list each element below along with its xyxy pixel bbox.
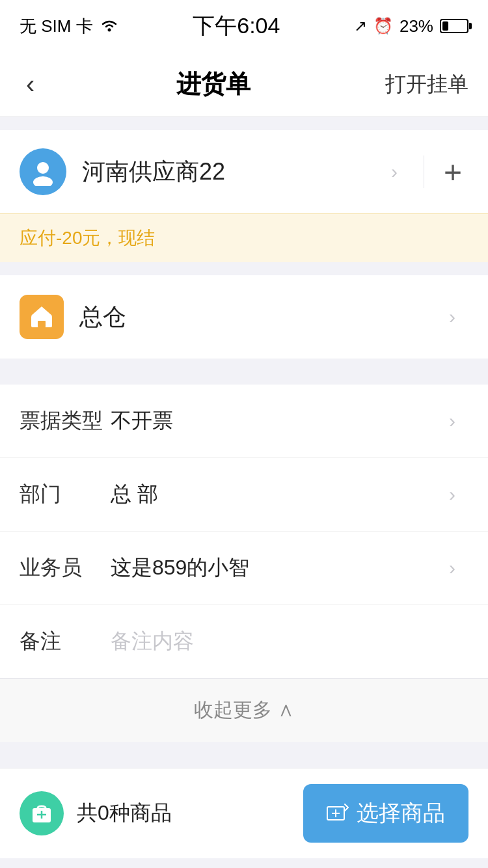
- supplier-row[interactable]: 河南供应商22 › +: [0, 130, 488, 213]
- svg-point-0: [107, 28, 111, 31]
- remark-row[interactable]: 备注 备注内容: [0, 605, 488, 678]
- product-icon: [20, 791, 64, 835]
- page-title: 进货单: [41, 68, 385, 101]
- status-bar: 无 SIM 卡 下午6:04 ↗ ⏰ 23%: [0, 0, 488, 52]
- select-product-button[interactable]: 选择商品: [303, 784, 468, 843]
- alarm-icon: ⏰: [373, 17, 393, 35]
- section-gap-4: [0, 742, 488, 755]
- section-gap-1: [0, 117, 488, 130]
- invoice-label: 票据类型: [20, 407, 111, 435]
- department-row[interactable]: 部门 总 部 ›: [0, 458, 488, 532]
- warehouse-row[interactable]: 总仓 ›: [0, 275, 488, 359]
- form-section: 票据类型 不开票 › 部门 总 部 › 业务员 这是859的小智 › 备注 备注…: [0, 385, 488, 678]
- department-label: 部门: [20, 480, 111, 509]
- nav-bar: ‹ 进货单 打开挂单: [0, 52, 488, 117]
- staff-chevron-icon: ›: [449, 557, 455, 579]
- invoice-value: 不开票: [111, 407, 449, 435]
- warehouse-icon: [20, 295, 64, 339]
- footer-bar: 共0种商品 选择商品: [0, 768, 488, 858]
- notice-bar: 应付-20元，现结: [0, 213, 488, 262]
- svg-point-1: [37, 162, 49, 174]
- svg-rect-5: [38, 321, 46, 327]
- divider: [424, 156, 424, 188]
- warehouse-section: 总仓 ›: [0, 275, 488, 359]
- department-value: 总 部: [111, 480, 449, 509]
- notice-text: 应付-20元，现结: [20, 228, 155, 248]
- supplier-avatar: [20, 148, 66, 195]
- status-time: 下午6:04: [193, 11, 280, 41]
- bottom-fill: [0, 858, 488, 868]
- collapse-row[interactable]: 收起更多 ∧: [0, 678, 488, 742]
- product-count: 共0种商品: [77, 799, 303, 828]
- supplier-name: 河南供应商22: [82, 156, 391, 188]
- battery-icon: [440, 19, 468, 33]
- carrier-text: 无 SIM 卡: [20, 15, 93, 38]
- invoice-chevron-icon: ›: [449, 410, 455, 432]
- add-supplier-button[interactable]: +: [437, 154, 468, 190]
- wifi-icon: [100, 16, 119, 36]
- supplier-chevron-icon: ›: [391, 161, 398, 183]
- section-gap-2: [0, 262, 488, 275]
- invoice-row[interactable]: 票据类型 不开票 ›: [0, 385, 488, 458]
- svg-point-2: [33, 176, 53, 186]
- status-right: ↗ ⏰ 23%: [354, 16, 468, 36]
- back-button[interactable]: ‹: [20, 63, 41, 105]
- select-product-label: 选择商品: [357, 798, 445, 828]
- staff-label: 业务员: [20, 554, 111, 582]
- remark-label: 备注: [20, 627, 111, 656]
- section-gap-3: [0, 359, 488, 372]
- open-pending-button[interactable]: 打开挂单: [385, 70, 468, 99]
- department-chevron-icon: ›: [449, 483, 455, 506]
- collapse-text: 收起更多 ∧: [194, 697, 293, 724]
- remark-input[interactable]: 备注内容: [111, 627, 468, 656]
- warehouse-chevron-icon: ›: [449, 306, 455, 328]
- staff-row[interactable]: 业务员 这是859的小智 ›: [0, 532, 488, 605]
- svg-marker-4: [31, 306, 52, 316]
- staff-value: 这是859的小智: [111, 554, 449, 582]
- warehouse-name: 总仓: [79, 301, 449, 333]
- supplier-section: 河南供应商22 › + 应付-20元，现结: [0, 130, 488, 262]
- status-left: 无 SIM 卡: [20, 15, 119, 38]
- battery-percent: 23%: [400, 16, 433, 36]
- location-icon: ↗: [354, 17, 367, 35]
